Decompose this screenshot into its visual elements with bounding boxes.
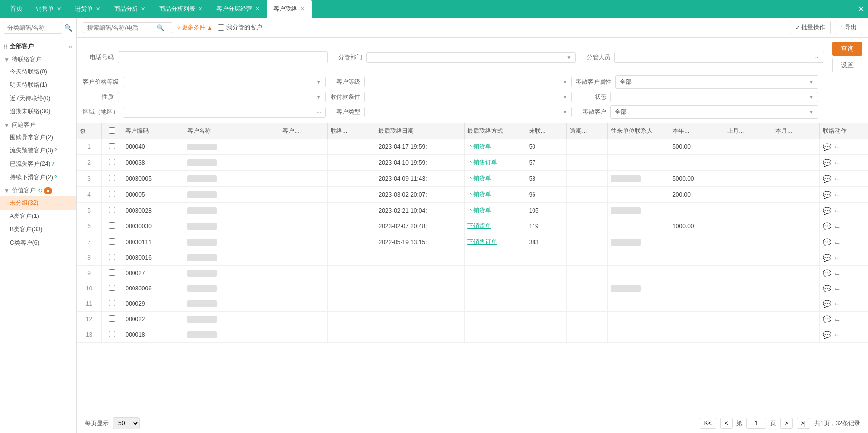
message-icon[interactable]: 💬 bbox=[823, 285, 831, 292]
filter-search-input[interactable] bbox=[87, 24, 157, 31]
sidebar-item-7days[interactable]: 近7天待联络(0) bbox=[0, 92, 76, 105]
sidebar-item-decline[interactable]: 持续下滑客户(2)? bbox=[0, 171, 76, 184]
grid-action-icon[interactable]: ⌙ bbox=[834, 300, 840, 308]
batch-ops-btn[interactable]: ✓ 批量操作 bbox=[790, 21, 831, 34]
my-customers-checkbox[interactable] bbox=[218, 24, 224, 31]
row-check[interactable] bbox=[102, 203, 122, 218]
message-icon[interactable]: 💬 bbox=[823, 207, 831, 215]
message-icon[interactable]: 💬 bbox=[823, 159, 831, 167]
message-icon[interactable]: 💬 bbox=[823, 238, 831, 246]
query-btn[interactable]: 查询 bbox=[832, 42, 862, 56]
row-checkbox[interactable] bbox=[109, 207, 115, 213]
sidebar-group-pending[interactable]: ▼ 待联络客户 bbox=[0, 53, 76, 65]
grid-action-icon[interactable]: ⌙ bbox=[834, 254, 840, 262]
row-check[interactable] bbox=[102, 296, 122, 312]
row-checkbox[interactable] bbox=[109, 269, 115, 276]
grid-action-icon[interactable]: ⌙ bbox=[834, 175, 840, 183]
nav-tab-contact[interactable]: 客户联络 ✕ bbox=[267, 0, 312, 18]
filter-nature-select[interactable]: ▼ bbox=[118, 92, 326, 102]
row-check[interactable] bbox=[102, 281, 122, 296]
row-check[interactable] bbox=[102, 171, 122, 187]
message-icon[interactable]: 💬 bbox=[823, 331, 831, 339]
reset-btn[interactable]: 设置 bbox=[832, 58, 862, 72]
row-checkbox[interactable] bbox=[109, 300, 115, 306]
sidebar-item-hoard[interactable]: 囤购异常客户(2) bbox=[0, 131, 76, 144]
nav-tab-purchase-close[interactable]: ✕ bbox=[96, 6, 100, 12]
th-code[interactable]: 客户编码 bbox=[122, 123, 184, 139]
first-page-btn[interactable]: K< bbox=[700, 418, 716, 429]
th-lastdate[interactable]: 最后联络日期 bbox=[375, 123, 464, 139]
select-all-checkbox[interactable] bbox=[109, 127, 115, 134]
row-check[interactable] bbox=[102, 187, 122, 203]
sidebar-search-icon[interactable]: 🔍 bbox=[64, 24, 72, 32]
grid-action-icon[interactable]: ⌙ bbox=[834, 159, 840, 167]
th-check[interactable] bbox=[102, 123, 122, 139]
message-icon[interactable]: 💬 bbox=[823, 300, 831, 308]
lastway-link[interactable]: 下销售订单 bbox=[467, 159, 497, 166]
nav-tab-analysis-list[interactable]: 商品分析列表 ✕ bbox=[152, 0, 209, 18]
row-check[interactable] bbox=[102, 312, 122, 327]
grid-action-icon[interactable]: ⌙ bbox=[834, 143, 840, 151]
nav-tab-analysis[interactable]: 商品分析 ✕ bbox=[107, 0, 152, 18]
message-icon[interactable]: 💬 bbox=[823, 191, 831, 199]
lastway-link[interactable]: 下销货单 bbox=[467, 191, 491, 198]
message-icon[interactable]: 💬 bbox=[823, 254, 831, 262]
lastway-link[interactable]: 下销货单 bbox=[467, 143, 491, 150]
sidebar-item-tomorrow[interactable]: 明天待联络(1) bbox=[0, 78, 76, 92]
sidebar-item-c[interactable]: C类客户(6) bbox=[0, 236, 76, 250]
sidebar-item-b[interactable]: B类客户(33) bbox=[0, 223, 76, 236]
nav-home[interactable]: 首页 bbox=[4, 0, 29, 18]
filter-search-icon[interactable]: 🔍 bbox=[157, 24, 164, 31]
grid-action-icon[interactable]: ⌙ bbox=[834, 191, 840, 199]
grid-action-icon[interactable]: ⌙ bbox=[834, 238, 840, 246]
row-check[interactable] bbox=[102, 234, 122, 250]
lastway-link[interactable]: 下销售订单 bbox=[467, 238, 497, 245]
last-page-btn[interactable]: >| bbox=[797, 418, 810, 429]
refresh-icon[interactable]: ↻ bbox=[38, 187, 43, 194]
nav-tab-analysis-close[interactable]: ✕ bbox=[141, 6, 145, 12]
nav-tab-analysis-list-close[interactable]: ✕ bbox=[198, 6, 202, 12]
grid-action-icon[interactable]: ⌙ bbox=[834, 331, 840, 339]
sidebar-item-warn[interactable]: 流失预警客户(3)? bbox=[0, 144, 76, 157]
row-checkbox[interactable] bbox=[109, 331, 115, 337]
th-settings[interactable]: ⚙ bbox=[77, 123, 102, 139]
sidebar-collapse-icon[interactable]: « bbox=[69, 43, 72, 50]
lastway-link[interactable]: 下销货单 bbox=[467, 175, 491, 182]
sidebar-item-ungroup[interactable]: 未分组(32) bbox=[0, 196, 76, 210]
lastway-link[interactable]: 下销货单 bbox=[467, 207, 491, 214]
row-checkbox[interactable] bbox=[109, 143, 115, 149]
row-check[interactable] bbox=[102, 139, 122, 155]
close-all-btn[interactable]: ✕ bbox=[858, 4, 864, 14]
filter-price-grade-select[interactable]: ▼ bbox=[123, 77, 326, 87]
prev-page-btn[interactable]: < bbox=[720, 418, 733, 429]
row-checkbox[interactable] bbox=[109, 222, 115, 229]
row-check[interactable] bbox=[102, 266, 122, 281]
grid-action-icon[interactable]: ⌙ bbox=[834, 315, 840, 323]
lastway-link[interactable]: 下销货单 bbox=[467, 222, 491, 229]
nav-tab-sales[interactable]: 销售单 ✕ bbox=[29, 0, 68, 18]
sidebar-group-problem[interactable]: ▼ 问题客户 bbox=[0, 118, 76, 131]
next-page-btn[interactable]: > bbox=[780, 418, 793, 429]
filter-status-select[interactable]: ▼ bbox=[610, 92, 818, 102]
filter-region-select[interactable]: ··· bbox=[123, 107, 326, 118]
nav-tab-sales-close[interactable]: ✕ bbox=[57, 6, 61, 12]
message-icon[interactable]: 💬 bbox=[823, 143, 831, 151]
sidebar-search-input[interactable] bbox=[4, 22, 62, 34]
message-icon[interactable]: 💬 bbox=[823, 315, 831, 323]
page-number-input[interactable] bbox=[746, 418, 766, 429]
nav-tab-crm[interactable]: 客户分层经营 ✕ bbox=[209, 0, 267, 18]
filter-payment-select[interactable]: ▼ bbox=[364, 92, 572, 102]
row-checkbox[interactable] bbox=[109, 191, 115, 197]
filter-retail-attr-select[interactable]: 全部 ▼ bbox=[615, 75, 818, 89]
message-icon[interactable]: 💬 bbox=[823, 175, 831, 183]
filter-dept-select[interactable]: ▼ bbox=[366, 52, 576, 63]
message-icon[interactable]: 💬 bbox=[823, 269, 831, 277]
grid-action-icon[interactable]: ⌙ bbox=[834, 285, 840, 292]
sidebar-item-lost[interactable]: 已流失客户(24)? bbox=[0, 157, 76, 171]
sidebar-item-a[interactable]: A类客户(1) bbox=[0, 210, 76, 223]
row-checkbox[interactable] bbox=[109, 159, 115, 165]
sidebar-group-value[interactable]: ▼ 价值客户 ↻ ● bbox=[0, 184, 76, 196]
row-check[interactable] bbox=[102, 327, 122, 343]
my-customers-check[interactable]: 我分管的客户 bbox=[218, 23, 262, 32]
row-check[interactable] bbox=[102, 155, 122, 171]
